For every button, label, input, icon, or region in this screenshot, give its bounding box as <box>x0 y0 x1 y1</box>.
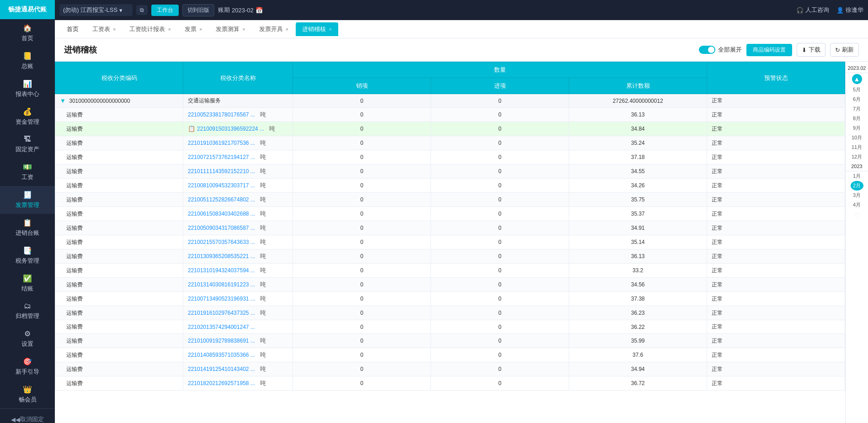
sidebar-item-home[interactable]: 🏠 首页 <box>0 19 55 47</box>
table-row: 运输费 22101009192789838691 ... 吨 0 0 35.99… <box>55 334 845 348</box>
sidebar-item-accounting[interactable]: ✅ 结账 <box>0 270 55 297</box>
sidebar-item-payroll[interactable]: 💵 工资 <box>0 158 55 186</box>
sidebar-item-trade-desk[interactable]: 📋 进销台账 <box>0 214 55 242</box>
sidebar-item-reports[interactable]: 📊 报表中心 <box>0 75 55 103</box>
month-4[interactable]: 4月 <box>846 200 868 210</box>
cell-status: 正常 <box>707 306 845 320</box>
month-5[interactable]: 5月 <box>846 85 868 95</box>
cell-sales: 0 <box>293 193 431 207</box>
company-selector[interactable]: (勿动) 江西报宝-LSS ▾ <box>59 4 133 16</box>
tabs-bar: 首页工资表×工资统计报表×发票×发票测算×发票开具×进销稽核× <box>55 20 868 38</box>
sidebar-icon-accounting: ✅ <box>23 274 32 283</box>
cell-purchase: 0 <box>431 122 569 136</box>
month-up-btn[interactable]: ▲ <box>852 74 862 84</box>
month-8[interactable]: 8月 <box>846 114 868 123</box>
month-9[interactable]: 9月 <box>846 123 868 133</box>
sidebar-item-capital[interactable]: 💰 资金管理 <box>0 103 55 131</box>
user-profile[interactable]: 👤 徐逢华 <box>836 6 863 14</box>
cell-status: 正常 <box>707 193 845 207</box>
cell-total: 34.26 <box>569 179 707 193</box>
support-label[interactable]: 🎧 人工咨询 <box>796 6 829 14</box>
cell-code: 运输费 <box>55 264 183 278</box>
month-11[interactable]: 11月 <box>846 143 868 152</box>
tab-payroll-stats[interactable]: 工资统计报表× <box>123 22 177 36</box>
cell-taxid: 22101309365208535221 ... 吨 <box>183 249 293 264</box>
month-2-active[interactable]: 2月 <box>851 181 863 190</box>
tab-invoice-calc[interactable]: 发票测算× <box>209 22 251 36</box>
toggle-label: 全部展开 <box>718 46 742 54</box>
sidebar-item-invoice-mgmt[interactable]: 🧾 发票管理 <box>0 186 55 214</box>
download-button[interactable]: ⬇ 下载 <box>797 43 825 57</box>
sidebar-item-archive[interactable]: 🗂 归档管理 <box>0 297 55 325</box>
month-10[interactable]: 10月 <box>846 133 868 143</box>
cell-status: 正常 <box>707 264 845 278</box>
sidebar-item-settings[interactable]: ⚙ 设置 <box>0 325 55 353</box>
sidebar-item-member[interactable]: 👑 畅会员 <box>0 381 55 408</box>
right-panel: 2023.02 ▲ 5月 6月 7月 8月 9月 10月 11月 12月 202… <box>845 62 868 423</box>
calendar-icon[interactable]: 📅 <box>256 7 263 14</box>
expand-toggle[interactable]: 全部展开 <box>699 46 742 54</box>
cell-code: 运输费 <box>55 179 183 193</box>
workbench-button[interactable]: 工作台 <box>151 5 179 16</box>
sidebar-item-ledger[interactable]: 📒 总账 <box>0 47 55 75</box>
tab-close-payroll-stats[interactable]: × <box>168 26 170 32</box>
tab-payroll[interactable]: 工资表× <box>86 22 122 36</box>
cell-total: 37.6 <box>569 348 707 362</box>
sidebar-item-guide[interactable]: 🎯 新手引导 <box>0 353 55 381</box>
sidebar-label-settings: 设置 <box>21 340 33 348</box>
cell-status: 正常 <box>707 235 845 249</box>
tab-close-payroll[interactable]: × <box>113 26 116 32</box>
table-row: 运输费 22100721573762194127 ... 吨 0 0 37.18… <box>55 150 845 164</box>
copy-button[interactable]: ⧉ <box>136 5 148 15</box>
unpin-button[interactable]: ◀◀ 取消固定 <box>0 412 55 423</box>
cell-total: 36.13 <box>569 249 707 264</box>
tab-close-invoice-open[interactable]: × <box>286 26 288 32</box>
cell-status: 正常 <box>707 348 845 362</box>
sidebar-icon-settings: ⚙ <box>24 329 31 338</box>
cell-taxid: 22101310194324037594 ... 吨 <box>183 264 293 278</box>
sidebar-label-invoice-mgmt: 发票管理 <box>16 201 39 209</box>
tab-close-invoice[interactable]: × <box>199 26 202 32</box>
main-content: (勿动) 江西报宝-LSS ▾ ⧉ 工作台 切到旧版 账期 2023-02 📅 … <box>55 0 868 423</box>
cell-sales: 0 <box>293 122 431 136</box>
cell-code: 运输费 <box>55 376 183 391</box>
cell-taxid: 22100511252826674802 ... 吨 <box>183 193 293 207</box>
cell-taxid: 22100810094532303717 ... 吨 <box>183 179 293 193</box>
product-code-settings-button[interactable]: 商品编码设置 <box>746 44 792 56</box>
month-7[interactable]: 7月 <box>846 104 868 114</box>
download-label: 下载 <box>809 46 820 54</box>
cell-sales: 0 <box>293 376 431 391</box>
cell-code: ▼ 30100000000000000000 <box>55 94 183 108</box>
sidebar-icon-home: 🏠 <box>23 24 32 32</box>
tab-invoice[interactable]: 发票× <box>178 22 208 36</box>
month-1[interactable]: 1月 <box>846 171 868 181</box>
cell-taxid: 22101009192789838691 ... 吨 <box>183 334 293 348</box>
tab-check[interactable]: 进销稽核× <box>296 22 338 36</box>
cell-code: 运输费 <box>55 193 183 207</box>
tab-close-invoice-calc[interactable]: × <box>242 26 245 32</box>
cell-total: 35.99 <box>569 334 707 348</box>
switch-version-button[interactable]: 切到旧版 <box>182 4 214 16</box>
cell-taxid: 22101419125410143402 ... 吨 <box>183 362 293 376</box>
month-12[interactable]: 12月 <box>846 152 868 162</box>
cell-sales: 0 <box>293 164 431 179</box>
month-6[interactable]: 6月 <box>846 95 868 104</box>
cell-status: 正常 <box>707 94 845 108</box>
headset-icon: 🎧 <box>796 7 804 14</box>
sidebar-item-assets[interactable]: 🏗 固定资产 <box>0 131 55 158</box>
cell-total: 35.37 <box>569 207 707 221</box>
tab-close-check[interactable]: × <box>329 26 331 32</box>
table-row: 运输费 22100713490523196931 ... 吨 0 0 37.38… <box>55 292 845 306</box>
tab-home[interactable]: 首页 <box>60 22 85 36</box>
sidebar-item-tax-mgmt[interactable]: 📑 税务管理 <box>0 242 55 270</box>
tab-invoice-open[interactable]: 发票开具× <box>253 22 295 36</box>
cell-status: 正常 <box>707 334 845 348</box>
table-row: 运输费 22101820212692571958 ... 吨 0 0 36.72… <box>55 376 845 391</box>
toggle-switch[interactable] <box>699 46 715 54</box>
refresh-button[interactable]: ↻ 刷新 <box>830 43 859 57</box>
unpin-icon: ◀◀ <box>11 416 20 423</box>
cell-purchase: 0 <box>431 320 569 334</box>
month-3[interactable]: 3月 <box>846 190 868 200</box>
tab-label-invoice-calc: 发票测算 <box>216 25 240 33</box>
cell-taxid: 22100215570357643633 ... 吨 <box>183 235 293 249</box>
